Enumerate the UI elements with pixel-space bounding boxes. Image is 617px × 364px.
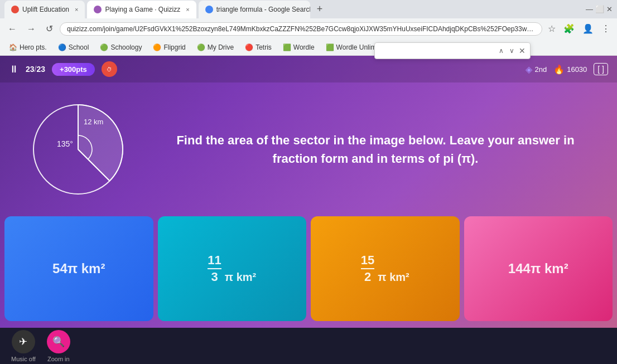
minimize-button[interactable]: —: [586, 5, 593, 13]
game-area: ⏸ 23/23 +300pts ⏱ ◈ 2nd 🔥 16030 [ ]: [0, 56, 617, 328]
music-off-icon-circle: ✈: [12, 330, 35, 353]
bookmark-wordle[interactable]: 🟩 Wordle: [279, 42, 318, 52]
tab-label-uplift: Uplift Education: [22, 6, 69, 13]
answer-c-numerator: 15: [361, 254, 374, 267]
question-text: Find the area of the sector in the image…: [156, 131, 595, 168]
bookmark-wordle-icon: 🟩: [283, 43, 291, 51]
tab-close-uplift[interactable]: ×: [75, 6, 78, 13]
bookmark-school-label: School: [69, 43, 89, 51]
question-text-content: Find the area of the sector in the image…: [176, 133, 574, 166]
close-button[interactable]: ✕: [606, 5, 613, 13]
bookmark-schoology-label: Schoology: [110, 43, 142, 51]
bookmark-wordle-label: Wordle: [293, 43, 315, 51]
answer-b-denominator: 3: [211, 270, 218, 284]
tab-label-google: triangle formula - Google Search: [216, 6, 310, 13]
tab-favicon-uplift: [11, 6, 19, 13]
tab-close-quizizz[interactable]: ×: [186, 6, 189, 13]
question-counter: 23/23: [26, 65, 45, 74]
answer-b-fraction: 11 3 π km²: [208, 254, 256, 284]
tab-uplift[interactable]: Uplift Education ×: [4, 1, 85, 18]
answer-c-fraction: 15 2 π km²: [361, 254, 409, 284]
bookmark-tetris-icon: 🔴: [245, 43, 253, 51]
answer-b-line: [208, 268, 221, 269]
bookmark-mydrive-icon: 🟢: [197, 43, 205, 51]
search-popup-close[interactable]: ✕: [519, 46, 526, 55]
bookmark-schoology-icon: 🟢: [100, 43, 108, 51]
score-badge: 🔥 16030: [553, 64, 587, 75]
bookmark-school-icon: 🔵: [58, 43, 66, 51]
tab-favicon-google: [205, 6, 213, 13]
forward-button[interactable]: →: [23, 22, 39, 36]
search-popup: ∧ ∨ ✕: [374, 42, 531, 59]
title-bar: Uplift Education × Playing a Game · Quiz…: [0, 0, 617, 18]
extensions-button[interactable]: 🧩: [561, 22, 577, 35]
music-off-button[interactable]: ✈ Music off: [11, 330, 36, 362]
svg-text:12 km: 12 km: [84, 118, 103, 126]
bookmark-school[interactable]: 🔵 School: [55, 42, 93, 52]
bookmark-hero-icon: 🏠: [9, 43, 17, 51]
music-off-label: Music off: [11, 356, 36, 362]
bookmark-tetris[interactable]: 🔴 Tetris: [242, 42, 275, 52]
bookmark-star-button[interactable]: ☆: [546, 22, 558, 35]
streak-label: 2nd: [534, 65, 547, 74]
maximize-button[interactable]: ⬜: [595, 5, 604, 13]
bookmark-schoology[interactable]: 🟢 Schoology: [97, 42, 145, 52]
answer-card-c[interactable]: 15 2 π km²: [311, 216, 460, 321]
bookmark-flipgrid[interactable]: 🟠 Flipgrid: [150, 42, 189, 52]
timer-indicator: ⏱: [102, 61, 117, 77]
points-label: +300pts: [60, 65, 87, 74]
fire-icon: 🔥: [553, 64, 565, 75]
score-value: 16030: [567, 65, 587, 74]
new-tab-button[interactable]: +: [312, 1, 327, 17]
search-popup-prev[interactable]: ∧: [499, 47, 504, 55]
answer-card-a[interactable]: 54π km²: [4, 216, 153, 321]
nav-icons: ☆ 🧩 👤 ⋮: [546, 22, 613, 35]
bookmark-flipgrid-icon: 🟠: [153, 43, 161, 51]
bookmark-flipgrid-label: Flipgrid: [163, 43, 185, 51]
bookmark-tetris-label: Tetris: [256, 43, 272, 51]
answers-row: 54π km² 11 3 π km² 15: [0, 216, 617, 328]
browser-frame: Uplift Education × Playing a Game · Quiz…: [0, 0, 617, 364]
answer-card-b[interactable]: 11 3 π km²: [158, 216, 307, 321]
answer-b-numerator: 11: [208, 254, 221, 267]
profile-button[interactable]: 👤: [580, 22, 596, 35]
search-popup-next[interactable]: ∨: [509, 47, 514, 55]
zoom-in-label: Zoom in: [47, 356, 70, 362]
reload-button[interactable]: ↺: [42, 21, 56, 36]
address-bar[interactable]: quizizz.com/join/game/U2FsdGVkX1%252Bzox…: [60, 22, 542, 36]
timer-icon: ⏱: [107, 66, 112, 72]
search-popup-input[interactable]: [379, 47, 494, 55]
zoom-in-icon-circle: 🔍: [47, 330, 70, 353]
bookmark-mydrive[interactable]: 🟢 My Drive: [194, 42, 237, 52]
answer-d-text: 144π km²: [508, 261, 568, 276]
bookmark-hero[interactable]: 🏠 Hero pts.: [6, 42, 50, 52]
tab-google[interactable]: triangle formula - Google Search ×: [199, 1, 310, 18]
nav-bar: ← → ↺ quizizz.com/join/game/U2FsdGVkX1%2…: [0, 18, 617, 39]
tab-label-quizizz: Playing a Game · Quizizz: [105, 6, 180, 13]
points-badge: +300pts: [52, 63, 95, 76]
svg-text:135°: 135°: [57, 139, 73, 148]
tab-quizizz[interactable]: Playing a Game · Quizizz ×: [87, 1, 196, 18]
answer-c-fraction-display: 15 2: [361, 254, 374, 284]
answer-card-d[interactable]: 144π km²: [464, 216, 613, 321]
answer-a-text: 54π km²: [52, 261, 105, 276]
zoom-in-button[interactable]: 🔍 Zoom in: [47, 330, 70, 362]
circle-svg: 135° 12 km: [22, 94, 134, 205]
zoom-in-icon: 🔍: [52, 336, 65, 348]
bookmark-hero-label: Hero pts.: [20, 43, 47, 51]
bottom-controls: ✈ Music off 🔍 Zoom in: [0, 328, 617, 364]
bookmark-mydrive-label: My Drive: [208, 43, 234, 51]
menu-button[interactable]: ⋮: [599, 22, 613, 35]
expand-button[interactable]: [ ]: [594, 63, 608, 75]
streak-badge: ◈ 2nd: [526, 64, 547, 75]
back-button[interactable]: ←: [4, 22, 20, 36]
bookmark-wordle-unlimited-icon: 🟩: [326, 43, 334, 51]
streak-icon: ◈: [526, 64, 532, 75]
answer-b-fraction-display: 11 3: [208, 254, 221, 284]
answer-c-line: [361, 268, 374, 269]
answer-c-suffix: π km²: [378, 271, 409, 284]
game-top-bar: ⏸ 23/23 +300pts ⏱ ◈ 2nd 🔥 16030 [ ]: [0, 56, 617, 82]
tab-favicon-quizizz: [94, 6, 102, 13]
answer-c-denominator: 2: [364, 270, 371, 284]
pause-button[interactable]: ⏸: [9, 64, 19, 75]
